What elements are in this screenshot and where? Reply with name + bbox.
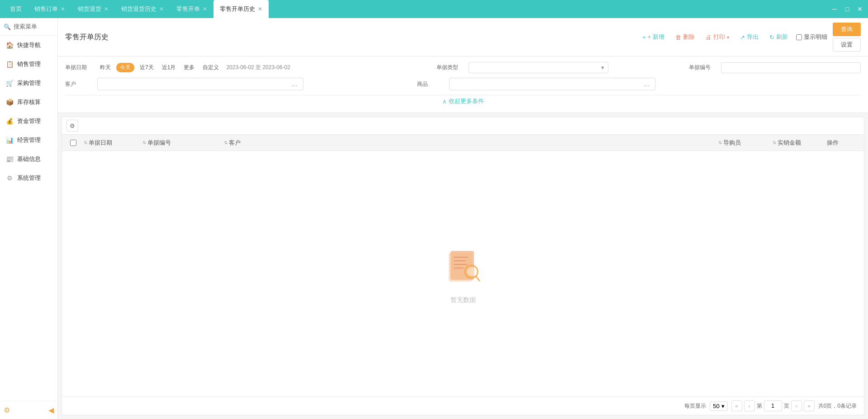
th-checkbox xyxy=(66,140,80,146)
search-icon: 🔍 xyxy=(4,24,11,30)
date-opt-7days[interactable]: 近7天 xyxy=(137,63,157,72)
first-page-button[interactable]: « xyxy=(731,400,742,411)
per-page-label: 每页显示 xyxy=(684,402,706,410)
prev-page-button[interactable]: ‹ xyxy=(744,400,755,411)
collapse-chevron-icon: ∧ xyxy=(442,98,447,105)
close-tab-retail-open-history[interactable]: ✕ xyxy=(258,6,262,12)
date-opt-more[interactable]: 更多 xyxy=(181,63,197,72)
tab-sales-return[interactable]: 销货退货 ✕ xyxy=(71,0,115,18)
toolbar: + + 新增 🗑 删除 🖨 打印 ▾ ↗ 导出 ↻ xyxy=(640,23,861,52)
show-detail-checkbox[interactable]: 显示明细 xyxy=(796,33,827,41)
sidebar-item-sales-mgmt[interactable]: 📋 销售管理 xyxy=(0,55,57,74)
collapse-more-bar[interactable]: ∧ 收起更多条件 xyxy=(65,95,861,107)
sidebar-gear-icon[interactable]: ⚙ xyxy=(4,406,10,414)
doc-no-input[interactable] xyxy=(721,62,861,73)
inventory-icon: 📦 xyxy=(5,98,14,106)
page-label: 第 xyxy=(757,402,762,410)
system-icon: ⚙ xyxy=(5,174,14,182)
date-opt-1month[interactable]: 近1月 xyxy=(159,63,179,72)
date-opt-today[interactable]: 今天 xyxy=(116,63,134,72)
th-customer[interactable]: ⇅ 客户 xyxy=(220,139,715,147)
th-date[interactable]: ⇅ 单据日期 xyxy=(80,139,139,147)
add-button[interactable]: + + 新增 xyxy=(640,31,667,43)
tab-retail-open-history[interactable]: 零售开单历史 ✕ xyxy=(213,0,269,18)
sidebar-bottom: ⚙ ◀ xyxy=(0,401,57,419)
page-nav: « ‹ 第 页 › » xyxy=(731,400,815,411)
settings-button[interactable]: 设置 xyxy=(833,38,861,52)
window-controls: ─ □ ✕ xyxy=(830,5,864,14)
add-icon: + xyxy=(642,34,646,41)
th-no[interactable]: ⇅ 单据编号 xyxy=(139,139,220,147)
doc-type-label: 单据类型 xyxy=(436,64,461,71)
svg-line-8 xyxy=(476,276,479,281)
close-button[interactable]: ✕ xyxy=(855,5,864,14)
pagination: 每页显示 50 ▾ « ‹ 第 页 › » 共0页，0条记录 xyxy=(62,396,864,415)
product-field[interactable] xyxy=(453,81,642,87)
page-size-chevron-icon: ▾ xyxy=(721,403,725,410)
product-input[interactable]: ... xyxy=(449,78,655,90)
sidebar-search[interactable]: 🔍 搜索菜单 xyxy=(0,18,57,36)
select-all-checkbox[interactable] xyxy=(70,140,76,146)
show-detail-input[interactable] xyxy=(796,34,802,40)
gear-icon: ⚙ xyxy=(70,122,75,129)
sidebar-item-quick-nav[interactable]: 🏠 快捷导航 xyxy=(0,36,57,55)
sidebar-collapse-icon[interactable]: ◀ xyxy=(48,406,54,414)
minimize-button[interactable]: ─ xyxy=(830,5,839,14)
sidebar-item-purchase-mgmt[interactable]: 🛒 采购管理 xyxy=(0,74,57,93)
customer-browse-icon[interactable]: ... xyxy=(290,80,299,88)
page-suffix: 页 xyxy=(784,402,789,410)
refresh-button[interactable]: ↻ 刷新 xyxy=(767,31,791,43)
close-tab-sales-return[interactable]: ✕ xyxy=(104,6,109,12)
page-header: 零售开单历史 + + 新增 🗑 删除 🖨 打印 ▾ ↗ 导出 xyxy=(58,18,868,56)
delete-button[interactable]: 🗑 删除 xyxy=(673,31,697,43)
date-opt-yesterday[interactable]: 昨天 xyxy=(97,63,114,72)
sidebar-item-inventory[interactable]: 📦 库存核算 xyxy=(0,93,57,112)
sidebar-item-operations[interactable]: 📊 经营管理 xyxy=(0,131,57,150)
next-page-button[interactable]: › xyxy=(791,400,802,411)
th-guide[interactable]: ⇅ 导购员 xyxy=(715,139,769,147)
product-browse-icon[interactable]: ... xyxy=(642,80,651,88)
purchase-icon: 🛒 xyxy=(5,79,14,87)
customer-input[interactable]: ... xyxy=(97,78,304,90)
query-button[interactable]: 查询 xyxy=(833,23,861,36)
close-tab-retail-open[interactable]: ✕ xyxy=(203,6,207,12)
filter-area: 单据日期 昨天 今天 近7天 近1月 更多 自定义 2023-06-02 至 2… xyxy=(58,56,868,113)
tab-home[interactable]: 首页 xyxy=(4,0,28,18)
table-header: ⇅ 单据日期 ⇅ 单据编号 ⇅ 客户 ⇅ 导购员 ⇅ 实销金额 xyxy=(62,135,864,151)
page-total-info: 共0页，0条记录 xyxy=(818,402,857,410)
last-page-button[interactable]: » xyxy=(804,400,815,411)
empty-text: 暂无数据 xyxy=(451,296,476,304)
page-input[interactable] xyxy=(764,400,782,411)
filter-row-customer: 客户 ... 商品 ... xyxy=(65,78,861,90)
close-tab-sales-return-history[interactable]: ✕ xyxy=(159,6,164,12)
refresh-icon: ↻ xyxy=(769,34,774,41)
sort-icon: ⇅ xyxy=(84,140,87,145)
product-label: 商品 xyxy=(417,80,442,88)
export-button[interactable]: ↗ 导出 xyxy=(737,31,761,43)
print-button[interactable]: 🖨 打印 ▾ xyxy=(703,31,732,43)
sort-icon-guide: ⇅ xyxy=(718,140,722,145)
customer-field[interactable] xyxy=(101,81,290,87)
table-toolbar: ⚙ xyxy=(62,117,864,135)
tab-sales-return-history[interactable]: 销货退货历史 ✕ xyxy=(115,0,170,18)
tab-sales-order[interactable]: 销售订单 ✕ xyxy=(28,0,71,18)
th-amount[interactable]: ⇅ 实销金额 xyxy=(769,139,823,147)
doc-no-field[interactable] xyxy=(725,65,857,71)
sidebar-item-finance[interactable]: 💰 资金管理 xyxy=(0,112,57,131)
sort-icon-amount: ⇅ xyxy=(773,140,776,145)
date-label: 单据日期 xyxy=(65,64,90,71)
date-opt-custom[interactable]: 自定义 xyxy=(200,63,222,72)
sidebar-item-basic-info[interactable]: 📰 基础信息 xyxy=(0,150,57,169)
close-tab-sales-order[interactable]: ✕ xyxy=(61,6,65,12)
tab-retail-open[interactable]: 零售开单 ✕ xyxy=(170,0,213,18)
doc-no-label: 单据编号 xyxy=(689,64,714,71)
maximize-button[interactable]: □ xyxy=(843,5,852,14)
print-chevron-icon: ▾ xyxy=(727,35,729,40)
date-range-display: 2023-06-02 至 2023-06-02 xyxy=(226,64,290,71)
page-size-select[interactable]: 50 ▾ xyxy=(710,401,727,411)
basic-info-icon: 📰 xyxy=(5,155,14,163)
doc-type-select[interactable]: ▾ xyxy=(469,62,608,73)
table-settings-icon[interactable]: ⚙ xyxy=(66,120,78,132)
sidebar-item-system[interactable]: ⚙ 系统管理 xyxy=(0,169,57,188)
page-title: 零售开单历史 xyxy=(65,33,109,42)
